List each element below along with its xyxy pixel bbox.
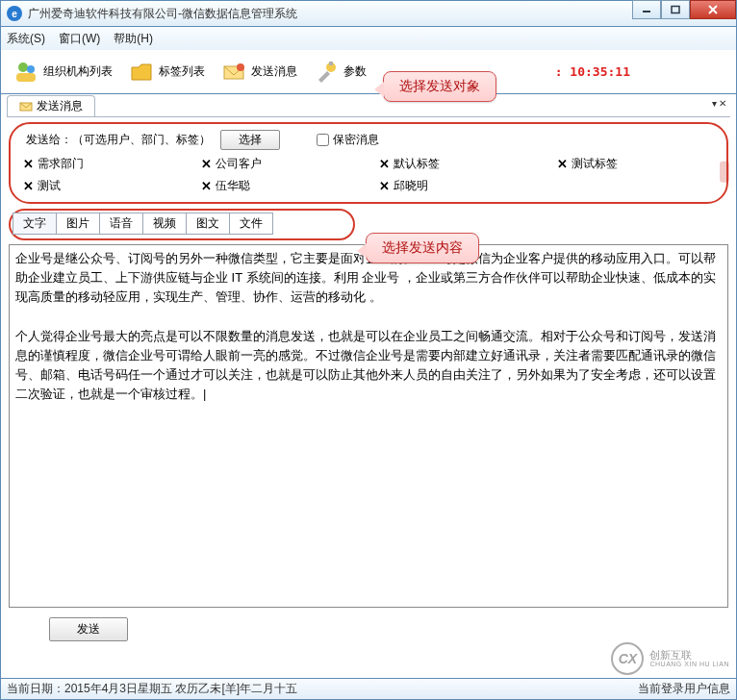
callout-select-content-text: 选择发送内容 (382, 239, 463, 255)
remove-icon[interactable]: ✕ (200, 179, 212, 193)
folder-icon (128, 59, 155, 86)
send-button-row: 发送 (7, 613, 730, 645)
remove-icon[interactable]: ✕ (378, 179, 390, 193)
tag-label: 测试 (38, 178, 61, 194)
tag-chip[interactable]: ✕测试 (22, 178, 181, 194)
content-tab-label: 视频 (153, 216, 176, 230)
watermark-brand: 创新互联 (649, 649, 729, 661)
tab-label: 发送消息 (37, 98, 83, 114)
tag-chip[interactable]: ✕公司客户 (200, 156, 359, 172)
toolbar-org-list-label: 组织机构列表 (43, 63, 113, 80)
callout-select-target: 选择发送对象 (383, 71, 496, 102)
toolbar-params-label: 参数 (343, 63, 367, 80)
toolbar-send-msg[interactable]: 发送消息 (215, 57, 303, 88)
tabstrip-menu-icon[interactable]: ▾ (712, 98, 717, 109)
content-tab-text[interactable]: 文字 (13, 212, 57, 235)
content-tab-label: 文字 (23, 216, 46, 230)
close-button[interactable] (690, 0, 736, 19)
tag-label: 测试标签 (572, 156, 618, 172)
content-tab-label: 图文 (196, 216, 219, 230)
window-title: 广州爱奇迪软件科技有限公司-微信数据信息管理系统 (28, 6, 297, 22)
toolbar-send-msg-label: 发送消息 (251, 63, 297, 80)
window-controls (632, 1, 736, 19)
send-to-label: 发送给：（可选用户、部门、标签） (26, 132, 211, 148)
tag-label: 默认标签 (394, 156, 440, 172)
callout-select-target-text: 选择发送对象 (399, 78, 480, 93)
message-editor[interactable]: 企业号是继公众号、订阅号的另外一种微信类型，它主要是面对企业的。企业号是微信为企… (9, 244, 728, 608)
status-bar: 当前日期：2015年4月3日星期五 农历乙未[羊]年二月十五 当前登录用户信息 (0, 679, 737, 700)
svg-rect-1 (672, 7, 679, 13)
tab-close-icon[interactable]: ✕ (719, 98, 726, 109)
send-button[interactable]: 发送 (49, 617, 128, 641)
content-tab-file[interactable]: 文件 (229, 212, 273, 235)
content-tab-label: 图片 (66, 216, 89, 230)
title-bar: e 广州爱奇迪软件科技有限公司-微信数据信息管理系统 (0, 0, 737, 27)
mail-small-icon (19, 100, 33, 113)
group-content-type: 文字 图片 语音 视频 图文 文件 (9, 209, 355, 240)
content-tab-voice[interactable]: 语音 (99, 212, 143, 235)
tab-send-message[interactable]: 发送消息 (7, 95, 95, 116)
workspace: ▾ ✕ 发送消息 发送给：（可选用户、部门、标签） 选择 保密消息 ✕需求部门 … (0, 94, 737, 679)
toolbar-org-list[interactable]: 组织机构列表 (7, 57, 118, 88)
people-icon (13, 59, 39, 86)
content-tab-label: 语音 (110, 216, 133, 230)
clock-time: : 10:35:11 (555, 64, 630, 79)
svg-rect-10 (329, 62, 333, 65)
remove-icon[interactable]: ✕ (200, 157, 212, 171)
toolbar-params[interactable]: 参数 (307, 57, 372, 88)
tag-label: 邱晓明 (394, 178, 428, 194)
selected-tags: ✕需求部门 ✕公司客户 ✕默认标签 ✕测试标签 ✕测试 ✕伍华聪 ✕邱晓明 (22, 156, 715, 194)
status-date: 当前日期：2015年4月3日星期五 农历乙未[羊]年二月十五 (7, 681, 297, 697)
toolbar: 组织机构列表 标签列表 发送消息 参数 : 10:35:11 (0, 50, 737, 94)
remove-icon[interactable]: ✕ (22, 179, 34, 193)
tag-label: 伍华聪 (216, 178, 250, 194)
secret-checkbox[interactable] (317, 134, 329, 146)
tag-chip[interactable]: ✕邱晓明 (378, 178, 537, 194)
menu-window[interactable]: 窗口(W) (59, 31, 100, 47)
mail-icon (220, 59, 247, 86)
secret-label: 保密消息 (333, 132, 379, 148)
content-tab-label: 文件 (240, 216, 263, 230)
minimize-button[interactable] (632, 0, 661, 19)
maximize-button[interactable] (661, 0, 690, 19)
app-icon: e (7, 6, 22, 21)
tag-chip[interactable]: ✕测试标签 (556, 156, 715, 172)
watermark-logo-icon: CX (611, 642, 644, 675)
tag-chip[interactable]: ✕伍华聪 (200, 178, 359, 194)
tag-label: 公司客户 (216, 156, 262, 172)
group-send-target: 发送给：（可选用户、部门、标签） 选择 保密消息 ✕需求部门 ✕公司客户 ✕默认… (9, 122, 728, 204)
toolbar-tag-list[interactable]: 标签列表 (122, 57, 211, 88)
menu-bar: 系统(S) 窗口(W) 帮助(H) (0, 27, 737, 50)
tag-label: 需求部门 (38, 156, 84, 172)
content-tab-video[interactable]: 视频 (142, 212, 187, 235)
tag-chip[interactable]: ✕默认标签 (378, 156, 537, 172)
watermark: CX 创新互联 CHUANG XIN HU LIAN (611, 642, 729, 675)
svg-rect-6 (16, 73, 36, 82)
tag-chip[interactable]: ✕需求部门 (22, 156, 181, 172)
secret-checkbox-wrap[interactable]: 保密消息 (317, 132, 379, 148)
toolbar-tag-list-label: 标签列表 (159, 63, 205, 80)
watermark-sub: CHUANG XIN HU LIAN (649, 661, 729, 668)
menu-system[interactable]: 系统(S) (7, 31, 45, 47)
remove-icon[interactable]: ✕ (22, 157, 34, 171)
tab-strip: 发送消息 (7, 96, 730, 117)
workspace-corner-controls: ▾ ✕ (712, 98, 726, 109)
remove-icon[interactable]: ✕ (378, 157, 390, 171)
send-to-row: 发送给：（可选用户、部门、标签） 选择 保密消息 (22, 130, 715, 150)
content-type-tabs: 文字 图片 语音 视频 图文 文件 (13, 212, 345, 235)
svg-point-8 (237, 63, 244, 71)
choose-button[interactable]: 选择 (220, 130, 280, 150)
svg-point-4 (18, 62, 28, 72)
callout-select-content: 选择发送内容 (366, 233, 479, 263)
tools-icon (313, 59, 340, 86)
status-user: 当前登录用户信息 (638, 681, 730, 697)
menu-help[interactable]: 帮助(H) (114, 31, 153, 47)
svg-point-5 (27, 65, 35, 73)
content-tab-news[interactable]: 图文 (186, 212, 230, 235)
content-tab-image[interactable]: 图片 (56, 212, 100, 235)
remove-icon[interactable]: ✕ (556, 157, 568, 171)
